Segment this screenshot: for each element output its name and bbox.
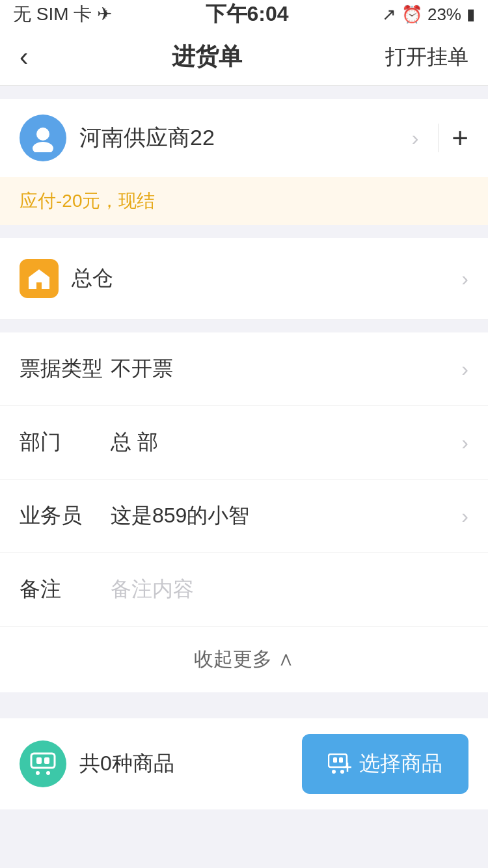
- select-goods-label: 选择商品: [359, 750, 442, 778]
- svg-rect-8: [329, 754, 347, 767]
- house-icon: [27, 267, 51, 290]
- product-count: 共0种商品: [79, 750, 302, 778]
- salesperson-row[interactable]: 业务员 这是859的小智 ›: [0, 480, 488, 553]
- svg-point-1: [33, 142, 53, 152]
- salesperson-chevron-icon: ›: [461, 504, 468, 528]
- note-label: 备注: [20, 575, 111, 604]
- select-goods-icon: [328, 753, 351, 774]
- add-supplier-button[interactable]: +: [438, 124, 468, 152]
- alarm-icon: ⏰: [401, 5, 422, 25]
- row-gap-1: [0, 225, 488, 238]
- status-right: ↗ ⏰ 23% ▮: [382, 5, 475, 25]
- svg-point-6: [36, 771, 40, 775]
- svg-rect-5: [44, 757, 49, 764]
- svg-point-0: [36, 128, 49, 141]
- row-gap-3: [0, 692, 488, 705]
- warehouse-name: 总仓: [72, 264, 461, 293]
- collapse-label: 收起更多 ∧: [194, 646, 293, 673]
- select-goods-button[interactable]: 选择商品: [302, 734, 468, 794]
- notice-row: 应付-20元，现结: [0, 177, 488, 225]
- warehouse-section: 总仓 ›: [0, 238, 488, 319]
- person-icon: [29, 124, 57, 152]
- supplier-chevron-icon: ›: [412, 126, 419, 150]
- salesperson-label: 业务员: [20, 502, 111, 530]
- invoice-type-row[interactable]: 票据类型 不开票 ›: [0, 332, 488, 406]
- battery-icon: ▮: [467, 5, 475, 23]
- supplier-row[interactable]: 河南供应商22 › +: [0, 99, 488, 177]
- section-gap-1: [0, 86, 488, 99]
- status-left: 无 SIM 卡 ✈: [13, 2, 112, 27]
- supplier-section: 河南供应商22 › + 应付-20元，现结: [0, 99, 488, 225]
- location-icon: ↗: [382, 5, 396, 25]
- battery-text: 23%: [427, 5, 461, 25]
- svg-point-12: [340, 770, 344, 774]
- svg-rect-4: [36, 757, 42, 764]
- svg-point-11: [332, 770, 336, 774]
- status-carrier: 无 SIM 卡 ✈: [13, 2, 112, 27]
- department-value: 总 部: [111, 428, 461, 457]
- cart-icon: [20, 740, 66, 787]
- svg-rect-10: [339, 757, 343, 763]
- back-button[interactable]: ‹: [20, 42, 28, 72]
- page-background: [0, 809, 488, 868]
- shopping-cart-icon: [30, 752, 56, 776]
- department-row[interactable]: 部门 总 部 ›: [0, 406, 488, 480]
- open-pending-button[interactable]: 打开挂单: [385, 43, 468, 72]
- status-bar: 无 SIM 卡 ✈ 下午6:04 ↗ ⏰ 23% ▮: [0, 0, 488, 29]
- note-value[interactable]: 备注内容: [111, 575, 468, 604]
- svg-rect-9: [333, 757, 337, 763]
- nav-bar: ‹ 进货单 打开挂单: [0, 29, 488, 86]
- invoice-type-label: 票据类型: [20, 355, 111, 383]
- svg-marker-2: [29, 269, 49, 289]
- page-title: 进货单: [172, 41, 242, 73]
- invoice-type-chevron-icon: ›: [461, 357, 468, 381]
- svg-point-7: [46, 771, 50, 775]
- salesperson-value: 这是859的小智: [111, 502, 461, 530]
- supplier-name: 河南供应商22: [79, 123, 412, 153]
- svg-rect-3: [31, 753, 55, 768]
- form-section: 票据类型 不开票 › 部门 总 部 › 业务员 这是859的小智 › 备注 备注…: [0, 332, 488, 692]
- warehouse-chevron-icon: ›: [461, 267, 468, 291]
- invoice-type-value: 不开票: [111, 355, 461, 383]
- status-time: 下午6:04: [206, 0, 289, 29]
- row-gap-2: [0, 319, 488, 332]
- note-row[interactable]: 备注 备注内容: [0, 553, 488, 626]
- department-chevron-icon: ›: [461, 431, 468, 455]
- collapse-row[interactable]: 收起更多 ∧: [0, 626, 488, 692]
- avatar: [20, 115, 66, 161]
- warehouse-row[interactable]: 总仓 ›: [0, 238, 488, 319]
- bottom-bar: 共0种商品 选择商品: [0, 718, 488, 809]
- department-label: 部门: [20, 428, 111, 457]
- warehouse-icon: [20, 259, 59, 298]
